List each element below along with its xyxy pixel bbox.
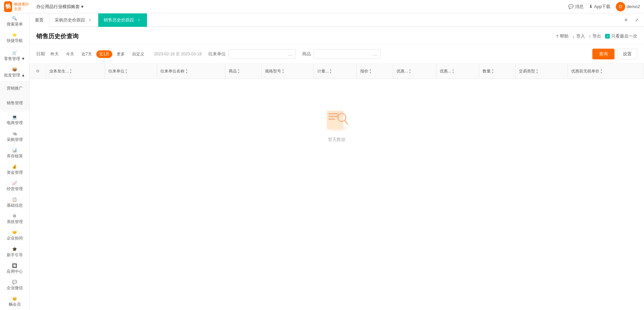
page-title: 销售历史价查询 <box>36 32 78 40</box>
date-range-display: 2023-02-18 至 2023-03-18 <box>154 51 201 57</box>
tab-sales-label: 销售历史价跟踪 <box>104 17 134 23</box>
system-icon: ⚙ <box>13 214 16 218</box>
col-spec: 规格型号 ▲▼ <box>261 64 314 79</box>
page-content: 销售历史价查询 ? 帮助 ↓ 导入 ↑ 导出 <box>30 27 644 310</box>
user-profile-button[interactable]: D demo2 <box>616 2 640 11</box>
product-input-wrapper[interactable]: ... <box>314 49 381 59</box>
sidebar-item-retail[interactable]: 🛒 零售管理 ▼ <box>0 48 29 64</box>
counterpart-input-wrapper[interactable]: ... <box>228 49 296 59</box>
sidebar-member-text: 畅会员 <box>9 302 21 307</box>
sidebar-item-member[interactable]: 👑 畅会员 <box>0 294 29 310</box>
date-btn-yesterday[interactable]: 昨天 <box>48 50 62 58</box>
tab-purchase-close-icon[interactable]: × <box>87 17 93 23</box>
date-btn-today[interactable]: 今天 <box>63 50 77 58</box>
sort-quote-icon[interactable]: ▲▼ <box>369 68 372 74</box>
app-download-button[interactable]: ⬇ App下载 <box>589 4 610 10</box>
product-dots-icon[interactable]: ... <box>373 51 377 57</box>
maximize-icon: ⤢ <box>635 17 639 22</box>
date-btn-custom[interactable]: 自定义 <box>129 50 147 58</box>
col-unit-name: 往来单位名称 ▲▼ <box>157 64 225 79</box>
top-bar: 畅 畅捷通好生意 办公用品行业模拟账套 ▾ 💬 消息 ⬇ App下载 D dem… <box>0 0 644 13</box>
sort-trade-type-icon[interactable]: ▲▼ <box>536 68 538 74</box>
col-discount2-label: 优惠... <box>440 68 451 74</box>
sidebar-item-enterprise[interactable]: 🤝 企业协同 <box>0 227 29 244</box>
sidebar-item-basic[interactable]: 📋 基础信息 <box>0 195 29 211</box>
sidebar-item-system[interactable]: ⚙ 系统管理 <box>0 211 29 227</box>
sort-biz-date-icon[interactable]: ▲▼ <box>69 68 72 74</box>
sidebar-item-purchase[interactable]: 🛍 采购管理 <box>0 128 29 145</box>
tab-sales-history[interactable]: 销售历史价跟踪 × <box>98 13 147 27</box>
sidebar-item-marketing[interactable]: 营销推广 <box>0 81 29 96</box>
sidebar: 🔍 搜索菜单 ⭐ 快捷导航 🛒 零售管理 ▼ 📦 批发管理 ▲ 营销推广 销售管… <box>0 13 30 310</box>
content-area: 首页 采购历史价跟踪 × 销售历史价跟踪 × ✕ ⤢ <box>30 13 644 310</box>
sidebar-divider-1 <box>3 47 26 47</box>
col-product-label: 商品 <box>229 68 237 74</box>
sort-quantity-icon[interactable]: ▲▼ <box>491 68 494 74</box>
message-label: 消息 <box>575 4 584 10</box>
tab-bar: 首页 采购历史价跟踪 × 销售历史价跟踪 × ✕ ⤢ <box>30 13 644 27</box>
col-gear: ⚙ <box>30 64 46 79</box>
app-selector[interactable]: 办公用品行业模拟账套 ▾ <box>34 2 86 11</box>
sidebar-item-wholesale[interactable]: 📦 批发管理 ▲ <box>0 64 29 81</box>
tab-home[interactable]: 首页 <box>30 13 49 27</box>
sidebar-item-wechat[interactable]: 💬 企业微信 <box>0 277 29 294</box>
empty-icon <box>320 106 354 133</box>
export-button[interactable]: ↑ 导出 <box>589 33 601 39</box>
wholesale-icon: 📦 <box>12 67 17 72</box>
sidebar-enterprise-text: 企业协同 <box>7 236 23 241</box>
app-download-label: App下载 <box>594 4 610 10</box>
only-last-checkbox[interactable]: ✓ <box>605 34 610 39</box>
help-icon: ? <box>556 34 558 39</box>
sidebar-item-inventory[interactable]: 📊 库存核算 <box>0 145 29 162</box>
col-unit-name-label: 往来单位名称 <box>160 68 184 74</box>
sort-unit-icon[interactable]: ▲▼ <box>329 68 332 74</box>
product-input[interactable] <box>317 52 373 57</box>
tab-maximize-button[interactable]: ⤢ <box>632 15 641 25</box>
date-btn-more[interactable]: 更多 <box>114 50 128 58</box>
sort-unit-code-icon[interactable]: ▲▼ <box>125 68 128 74</box>
date-btn-1month[interactable]: 近1月 <box>96 50 113 58</box>
only-last-checkbox-label[interactable]: ✓ 只看最后一次 <box>605 33 637 39</box>
help-button[interactable]: ? 帮助 <box>556 33 569 39</box>
logo-icon: 畅 <box>4 1 12 12</box>
apps-icon: 🔲 <box>12 263 17 268</box>
sidebar-item-search[interactable]: 🔍 搜索菜单 <box>0 13 29 30</box>
tab-sales-close-icon[interactable]: × <box>136 17 142 23</box>
svg-rect-4 <box>328 118 335 120</box>
sidebar-item-apps[interactable]: 🔲 应用中心 <box>0 261 29 277</box>
query-button[interactable]: 查询 <box>592 49 614 59</box>
sort-unit-name-icon[interactable]: ▲▼ <box>185 68 188 74</box>
col-unit: 计量... ▲▼ <box>314 64 357 79</box>
data-table: ⚙ 业务发生... ▲▼ 往来 <box>30 64 644 79</box>
sort-pretax-price-icon[interactable]: ▲▼ <box>600 68 603 74</box>
sort-discount2-icon[interactable]: ▲▼ <box>452 68 454 74</box>
sidebar-item-sales[interactable]: 销售管理 <box>0 96 29 110</box>
sidebar-item-newbie[interactable]: 🎓 新手引导 <box>0 244 29 260</box>
tab-close-all-button[interactable]: ✕ <box>621 15 631 25</box>
top-bar-left: 畅 畅捷通好生意 办公用品行业模拟账套 ▾ <box>4 1 86 12</box>
message-button[interactable]: 💬 消息 <box>568 4 584 10</box>
sidebar-item-operations[interactable]: 📈 经营管理 <box>0 178 29 195</box>
sidebar-item-shortcut[interactable]: ⭐ 快捷导航 <box>0 30 29 46</box>
col-product: 商品 ▲▼ <box>225 64 261 79</box>
date-btn-7days[interactable]: 近7天 <box>78 50 95 58</box>
sort-spec-icon[interactable]: ▲▼ <box>282 68 284 74</box>
table-gear-button[interactable]: ⚙ <box>33 66 42 76</box>
sidebar-item-finance[interactable]: 💰 资金管理 <box>0 162 29 178</box>
top-bar-right: 💬 消息 ⬇ App下载 D demo2 <box>568 2 640 11</box>
svg-line-6 <box>345 120 347 124</box>
settings-button[interactable]: 设置 <box>617 49 637 59</box>
counterpart-dots-icon[interactable]: ... <box>288 51 292 57</box>
sort-product-icon[interactable]: ▲▼ <box>237 68 240 74</box>
counterpart-input[interactable] <box>231 52 288 57</box>
tab-purchase-history[interactable]: 采购历史价跟踪 × <box>49 13 98 27</box>
export-label: 导出 <box>592 33 601 39</box>
sort-discount1-icon[interactable]: ▲▼ <box>409 68 411 74</box>
shortcut-icon: ⭐ <box>12 33 17 37</box>
svg-rect-2 <box>328 113 338 114</box>
sidebar-item-ecommerce[interactable]: 💻 电商管理 <box>0 112 29 128</box>
download-icon: ⬇ <box>589 4 593 9</box>
col-quantity: 数量 ▲▼ <box>479 64 515 79</box>
import-button[interactable]: ↓ 导入 <box>573 33 585 39</box>
sidebar-wholesale-text: 批发管理 ▲ <box>4 72 25 78</box>
